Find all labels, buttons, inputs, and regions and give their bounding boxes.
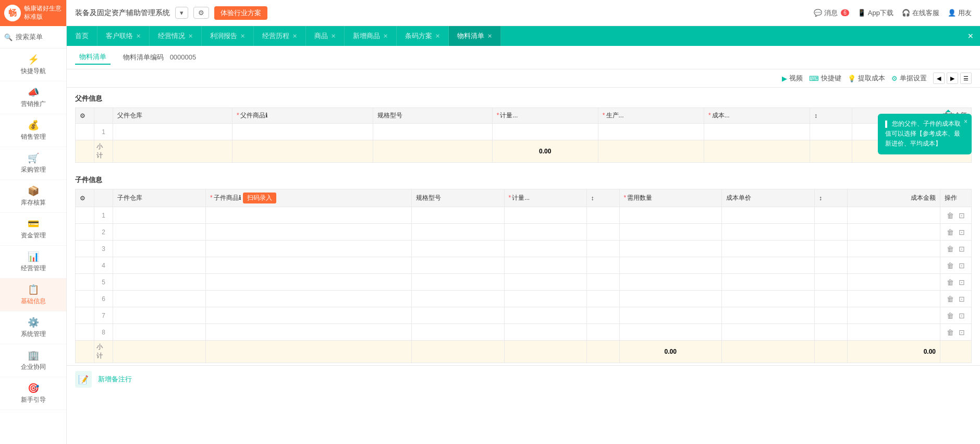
copy-icon[interactable]: ⊡ [959,328,965,337]
sidebar-item-purchase[interactable]: 🛒 采购管理 [0,147,66,180]
sidebar-item-system[interactable]: ⚙️ 系统管理 [0,311,66,344]
child-unit-price-cell[interactable] [721,307,814,324]
child-product-cell[interactable] [206,257,411,274]
copy-icon[interactable]: ⊡ [959,211,965,220]
tooltip-close-btn[interactable]: × [964,117,967,127]
child-unit-price-cell[interactable] [721,324,814,341]
user-item[interactable]: 👤 用友 [948,8,972,18]
tab-close-customer[interactable]: ✕ [136,33,141,40]
child-product-cell[interactable] [206,224,411,241]
delete-icon[interactable]: 🗑 [947,245,954,253]
child-product-cell[interactable] [206,324,411,341]
child-warehouse-cell[interactable] [113,291,206,307]
toolbar-single-settings[interactable]: ⚙ 单据设置 [891,74,927,83]
scan-input-button[interactable]: 扫码录入 [243,193,276,203]
child-unit-cell[interactable] [504,274,586,291]
tab-history[interactable]: 经营历程 ✕ [254,26,306,46]
delete-icon[interactable]: 🗑 [947,228,954,236]
tab-customer[interactable]: 客户联络 ✕ [97,26,150,46]
tab-home[interactable]: 首页 [67,26,97,46]
nav-menu-btn[interactable]: ☰ [960,73,972,84]
online-service-item[interactable]: 🎧 在线客服 [902,8,939,18]
child-spec-cell[interactable] [411,257,504,274]
child-unit-price-cell[interactable] [721,207,814,224]
toolbar-view[interactable]: ▶ 视频 [782,74,803,83]
delete-icon[interactable]: 🗑 [947,328,954,337]
child-warehouse-cell[interactable] [113,307,206,324]
child-unit-cell[interactable] [504,207,586,224]
sidebar-item-basic-info[interactable]: 📋 基础信息 [0,279,66,311]
child-unit-cell[interactable] [504,324,586,341]
parent-production-cell[interactable] [598,124,704,140]
toolbar-extract-cost[interactable]: 💡 提取成本 [848,74,885,83]
tab-profit[interactable]: 利润报告 ✕ [202,26,254,46]
child-spec-cell[interactable] [411,274,504,291]
child-quantity-cell[interactable] [619,274,721,291]
child-quantity-cell[interactable] [619,224,721,241]
child-unit-price-cell[interactable] [721,241,814,257]
child-product-cell[interactable] [206,307,411,324]
sidebar-item-quick-nav[interactable]: ⚡ 快捷导航 [0,49,66,81]
sidebar-item-sales[interactable]: 💰 销售管理 [0,114,66,147]
tab-close-products[interactable]: ✕ [331,33,336,40]
sub-tab-bom-list[interactable]: 物料清单 [75,50,111,65]
child-spec-cell[interactable] [411,291,504,307]
delete-icon[interactable]: 🗑 [947,211,954,220]
copy-icon[interactable]: ⊡ [959,311,965,320]
app-download-item[interactable]: 📱 App下载 [858,8,893,18]
tab-close-new-product[interactable]: ✕ [383,33,388,40]
copy-icon[interactable]: ⊡ [959,228,965,236]
tab-close-barcode[interactable]: ✕ [435,33,440,40]
sidebar-item-enterprise[interactable]: 🏢 企业协同 [0,344,66,377]
child-unit-cell[interactable] [504,291,586,307]
child-spec-cell[interactable] [411,324,504,341]
sidebar-item-guide[interactable]: 🎯 新手引导 [0,377,66,410]
tab-close-operations[interactable]: ✕ [188,33,193,40]
parent-product-cell[interactable] [232,124,373,140]
tab-bom[interactable]: 物料清单 ✕ [449,26,501,46]
settings-button[interactable]: ⚙ [193,7,209,19]
child-spec-cell[interactable] [411,207,504,224]
child-product-cell[interactable] [206,241,411,257]
child-unit-cell[interactable] [504,257,586,274]
delete-icon[interactable]: 🗑 [947,295,954,303]
child-spec-cell[interactable] [411,307,504,324]
child-unit-cell[interactable] [504,224,586,241]
child-warehouse-cell[interactable] [113,274,206,291]
nav-next-btn[interactable]: ▶ [947,73,958,84]
child-unit-cell[interactable] [504,307,586,324]
parent-spec-cell[interactable] [373,124,492,140]
child-spec-cell[interactable] [411,224,504,241]
tab-close-bom[interactable]: ✕ [487,33,492,40]
delete-icon[interactable]: 🗑 [947,311,954,320]
child-warehouse-cell[interactable] [113,224,206,241]
delete-icon[interactable]: 🗑 [947,261,954,270]
copy-icon[interactable]: ⊡ [959,295,965,303]
child-warehouse-cell[interactable] [113,207,206,224]
nav-prev-btn[interactable]: ◀ [933,73,945,84]
child-product-cell[interactable] [206,274,411,291]
child-warehouse-cell[interactable] [113,241,206,257]
child-quantity-cell[interactable] [619,257,721,274]
child-quantity-cell[interactable] [619,307,721,324]
child-quantity-cell[interactable] [619,324,721,341]
tab-close-history[interactable]: ✕ [292,33,297,40]
tab-close-profit[interactable]: ✕ [240,33,245,40]
parent-unit-cell[interactable] [492,124,598,140]
parent-cost-cell[interactable] [704,124,810,140]
tab-barcode[interactable]: 条码方案 ✕ [397,26,449,46]
copy-icon[interactable]: ⊡ [959,261,965,270]
sidebar-item-marketing[interactable]: 📣 营销推广 [0,81,66,114]
child-warehouse-cell[interactable] [113,257,206,274]
search-button[interactable]: 🔍 搜索菜单 [4,30,62,44]
tab-new-product[interactable]: 新增商品 ✕ [345,26,397,46]
parent-th-settings[interactable]: ⚙ [76,108,94,124]
child-quantity-cell[interactable] [619,241,721,257]
delete-icon[interactable]: 🗑 [947,278,954,286]
child-unit-price-cell[interactable] [721,257,814,274]
child-unit-price-cell[interactable] [721,274,814,291]
child-unit-price-cell[interactable] [721,291,814,307]
child-warehouse-cell[interactable] [113,324,206,341]
copy-icon[interactable]: ⊡ [959,278,965,286]
parent-warehouse-cell[interactable] [113,124,232,140]
